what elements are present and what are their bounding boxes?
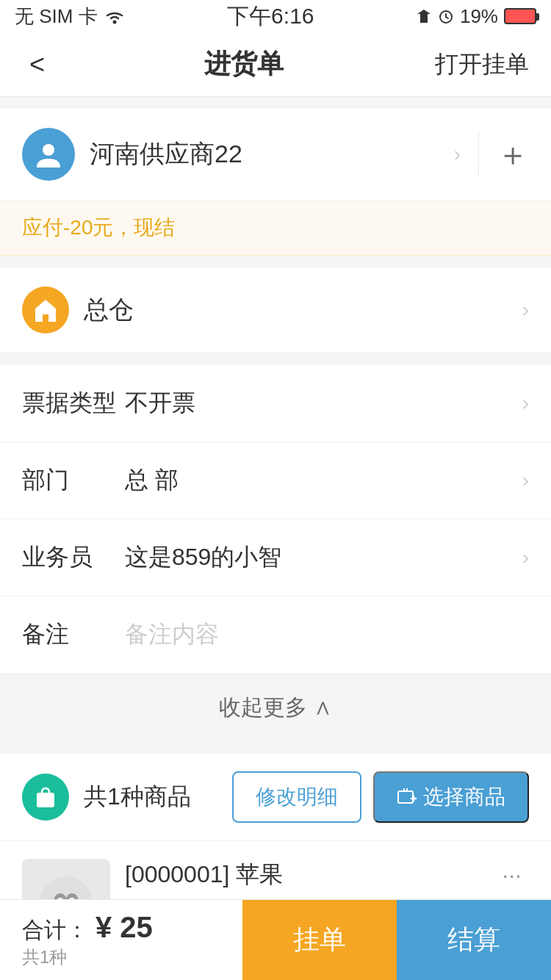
alarm-icon <box>438 8 454 24</box>
total-area: 合计： ¥ 25 共1种 <box>0 911 242 969</box>
location-icon <box>416 8 432 24</box>
open-hang-button[interactable]: 打开挂单 <box>435 48 529 81</box>
select-product-label: 选择商品 <box>423 783 505 811</box>
product-id: [0000001] <box>125 861 236 887</box>
svg-rect-5 <box>37 793 54 807</box>
cart-icon <box>397 787 417 807</box>
warehouse-chevron: › <box>522 298 529 322</box>
remark-row[interactable]: 备注 备注内容 <box>0 597 551 674</box>
invoice-value: 不开票 <box>125 387 522 419</box>
bottom-bar: 合计： ¥ 25 共1种 挂单 结算 <box>0 899 551 980</box>
nav-bar: < 进货单 打开挂单 <box>0 32 551 97</box>
warehouse-name: 总仓 <box>84 293 522 327</box>
invoice-row[interactable]: 票据类型 不开票 › <box>0 365 551 442</box>
wifi-icon <box>104 8 126 24</box>
total-sub: 共1种 <box>22 945 220 969</box>
section-gap-3 <box>0 353 551 365</box>
total-text: 合计： <box>22 915 88 945</box>
person-icon <box>32 138 65 170</box>
dept-chevron: › <box>522 469 529 492</box>
product-header: 共1种商品 修改明细 选择商品 <box>0 754 551 841</box>
hang-button[interactable]: 挂单 <box>242 900 397 981</box>
carrier-text: 无 SIM 卡 <box>15 4 98 29</box>
house-icon <box>32 297 59 323</box>
svg-rect-6 <box>398 791 413 803</box>
dept-row[interactable]: 部门 总 部 › <box>0 442 551 519</box>
form-card: 票据类型 不开票 › 部门 总 部 › 业务员 这是859的小智 › 备注 备注… <box>0 365 551 674</box>
product-title: [0000001] 苹果 <box>125 859 480 891</box>
remark-label: 备注 <box>22 619 125 651</box>
supplier-row[interactable]: 河南供应商22 › ＋ <box>0 109 551 201</box>
svg-line-3 <box>446 17 448 18</box>
status-bar-left: 无 SIM 卡 <box>15 4 126 29</box>
section-gap-1 <box>0 97 551 109</box>
status-bar: 无 SIM 卡 下午6:16 19% <box>0 0 551 32</box>
back-button[interactable]: < <box>22 42 52 87</box>
battery-percent: 19% <box>460 5 498 28</box>
payment-notice: 应付-20元，现结 <box>0 201 551 256</box>
page-title: 进货单 <box>204 46 284 82</box>
warehouse-row[interactable]: 总仓 › <box>0 267 551 353</box>
product-more-button[interactable]: ··· <box>494 859 529 892</box>
status-bar-time: 下午6:16 <box>227 1 314 32</box>
dept-label: 部门 <box>22 464 125 497</box>
supplier-divider <box>478 132 479 176</box>
svg-point-0 <box>112 21 116 24</box>
sales-label: 业务员 <box>22 541 125 574</box>
product-count: 共1种商品 <box>84 781 232 813</box>
supplier-name: 河南供应商22 <box>90 137 454 171</box>
svg-point-4 <box>43 144 54 156</box>
sales-value: 这是859的小智 <box>125 541 522 574</box>
supplier-card: 河南供应商22 › ＋ 应付-20元，现结 <box>0 109 551 256</box>
warehouse-icon <box>22 287 69 334</box>
total-amount: ¥ 25 <box>96 911 153 944</box>
invoice-chevron: › <box>522 392 529 415</box>
sales-row[interactable]: 业务员 这是859的小智 › <box>0 519 551 597</box>
sales-chevron: › <box>522 546 529 569</box>
invoice-label: 票据类型 <box>22 387 125 419</box>
total-label: 合计： ¥ 25 <box>22 911 220 945</box>
bag-icon <box>32 784 59 810</box>
edit-detail-button[interactable]: 修改明细 <box>232 771 361 823</box>
status-bar-right: 19% <box>416 5 536 28</box>
product-icon <box>22 774 69 821</box>
battery-icon <box>504 8 536 24</box>
dept-value: 总 部 <box>125 464 522 497</box>
product-name: 苹果 <box>236 861 283 887</box>
select-product-button[interactable]: 选择商品 <box>373 771 529 823</box>
add-supplier-button[interactable]: ＋ <box>497 138 529 170</box>
collapse-button[interactable]: 收起更多 ∧ <box>0 674 551 742</box>
supplier-chevron: › <box>454 143 461 166</box>
checkout-button[interactable]: 结算 <box>397 900 551 981</box>
section-gap-2 <box>0 256 551 267</box>
remark-placeholder: 备注内容 <box>125 619 529 651</box>
supplier-avatar <box>22 128 75 181</box>
section-gap-4 <box>0 742 551 754</box>
